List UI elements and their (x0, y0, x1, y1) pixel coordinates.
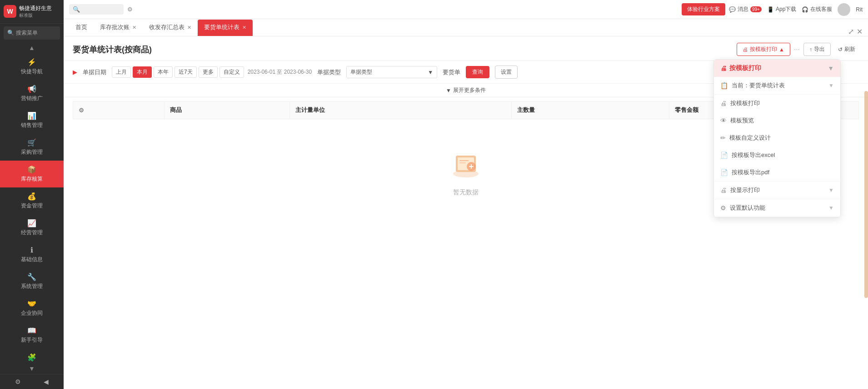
print-dropdown: 🖨 按模板打印 ▼ 📋 当前：要货单统计表 ▼ (713, 59, 841, 217)
app-name: 畅捷通好生意 (19, 5, 52, 12)
print-chevron-icon: ▲ (779, 46, 784, 53)
app-download-label: App下载 (776, 5, 796, 13)
tab-receipt-summary-label: 收发存汇总表 (149, 23, 185, 31)
app-download-btn[interactable]: 📱 App下载 (767, 5, 796, 13)
table-col-settings[interactable]: ⚙ (73, 101, 165, 119)
tab-receipt-summary-close[interactable]: ✕ (187, 25, 191, 30)
dropdown-item-export-pdf[interactable]: 📄 按模板导出pdf (714, 164, 840, 181)
filter-expand-btn[interactable]: ▶ (73, 69, 77, 76)
app-version: 标准版 (19, 12, 52, 19)
sidebar-item-cooperation[interactable]: 🤝 企业协同 (0, 295, 64, 322)
user-avatar[interactable] (838, 3, 850, 16)
sidebar-item-operations[interactable]: 📈 经营管理 (0, 214, 64, 241)
dropdown-current-item[interactable]: 📋 当前：要货单统计表 ▼ (714, 77, 840, 94)
export-btn[interactable]: ↑ 导出 (803, 43, 831, 56)
preview-icon: 👁 (720, 117, 727, 124)
action-divider: ⋯ (794, 46, 800, 53)
date-filter-label: 单据日期 (83, 68, 106, 76)
tab-home[interactable]: 首页 (69, 20, 94, 36)
settings-btn[interactable]: 设置 (495, 66, 518, 79)
tab-inventory-batch-close[interactable]: ✕ (132, 25, 136, 30)
dropdown-item-template-print[interactable]: 🖨 按模板打印 (714, 95, 840, 112)
excel-icon: 📄 (720, 152, 728, 159)
dropdown-item-preview[interactable]: 👁 模板预览 (714, 112, 840, 129)
print-template-btn[interactable]: 🖨 按模板打印 ▲ (737, 43, 790, 56)
industry-solution-btn[interactable]: 体验行业方案 (682, 3, 725, 15)
table-col-qty: 主数量 (511, 101, 669, 119)
topbar-search-input[interactable] (82, 6, 118, 13)
messages-btn[interactable]: 💬 消息 99+ (729, 5, 762, 13)
collapse-icon[interactable]: ◀ (44, 378, 49, 385)
sidebar-bottom: ⚙ ◀ (0, 374, 64, 389)
finance-icon: 💰 (27, 192, 36, 201)
sidebar-item-purchase[interactable]: 🛒 采购管理 (0, 134, 64, 161)
sidebar-item-finance[interactable]: 💰 资金管理 (0, 187, 64, 214)
type-select[interactable]: 单据类型 ▼ (346, 66, 437, 78)
online-service-btn[interactable]: 🎧 在线客服 (802, 5, 832, 13)
right-scrollbar[interactable] (864, 91, 868, 298)
tab-inventory-batch[interactable]: 库存批次账 ✕ (94, 20, 143, 36)
date-btn-prev-month[interactable]: 上月 (112, 66, 131, 78)
item-label: 按模板打印 (730, 99, 760, 107)
dropdown-item-display-print[interactable]: 🖨 按显示打印 ▼ (714, 182, 840, 199)
expand-down-icon: ▼ (446, 87, 451, 94)
table-settings-icon[interactable]: ⚙ (79, 107, 84, 114)
page-inner: 要货单统计表(按商品) 🖨 按模板打印 ▲ ⋯ ↑ 导出 ↺ 刷新 (64, 36, 868, 389)
date-btn-more[interactable]: 更多 (199, 66, 218, 78)
tab-order-stats[interactable]: 要货单统计表 ✕ (198, 20, 253, 36)
tab-maximize-btn[interactable]: ⤢ (848, 27, 854, 36)
sidebar-item-label: 新手引导 (21, 336, 43, 344)
tab-close-all-btn[interactable]: ✕ (857, 27, 863, 36)
sidebar-item-basic-info[interactable]: ℹ 基础信息 (0, 241, 64, 268)
tab-order-stats-close[interactable]: ✕ (242, 25, 246, 30)
sidebar-item-sales[interactable]: 📊 销售管理 (0, 107, 64, 134)
sidebar-search[interactable]: 🔍 搜索菜单 (4, 26, 60, 40)
current-doc-icon: 📋 (720, 82, 728, 89)
topbar-right: 💬 消息 99+ 📱 App下载 🎧 在线客服 Rit (729, 3, 863, 16)
item-label: 模板预览 (730, 116, 754, 125)
pdf-icon: 📄 (720, 169, 728, 176)
tab-receipt-summary[interactable]: 收发存汇总表 ✕ (143, 20, 198, 36)
item-label: 按模板导出excel (732, 151, 775, 159)
date-btn-custom[interactable]: 自定义 (219, 66, 244, 78)
sidebar-item-marketing[interactable]: 📢 营销推广 (0, 80, 64, 107)
tabbar-right: ⤢ ✕ (848, 27, 863, 36)
expand-more-btn[interactable]: ▼ 展开更多条件 (446, 86, 486, 94)
sidebar-item-label: 采购管理 (21, 148, 43, 156)
guide-icon: 📖 (27, 326, 36, 335)
dropdown-print-section: 🖨 按模板打印 👁 模板预览 (714, 95, 840, 182)
sidebar-item-inventory[interactable]: 📦 库存核算 (0, 161, 64, 187)
dropdown-item-export-excel[interactable]: 📄 按模板导出excel (714, 147, 840, 164)
dropdown-item-custom-design[interactable]: ✏ 模板自定义设计 (714, 129, 840, 147)
date-btn-7days[interactable]: 近7天 (175, 66, 197, 78)
type-select-value: 单据类型 (350, 68, 372, 76)
table-col-unit: 主计量单位 (289, 101, 511, 119)
page-header: 要货单统计表(按商品) 🖨 按模板打印 ▲ ⋯ ↑ 导出 ↺ 刷新 (64, 36, 868, 61)
sidebar-item-appcenter[interactable]: 🧩 应用中心 (0, 349, 64, 363)
item-left: ⚙ 设置默认功能 (720, 204, 765, 212)
date-btn-this-year[interactable]: 本年 (154, 66, 173, 78)
date-range-text: 2023-06-01 至 2023-06-30 (248, 68, 312, 76)
scroll-up-btn[interactable]: ▲ (0, 42, 64, 53)
sidebar-item-quicknav[interactable]: ⚡ 快捷导航 (0, 53, 64, 80)
topbar-search-box[interactable]: 🔍 (69, 4, 124, 15)
date-btn-this-month[interactable]: 本月 (133, 66, 152, 78)
export-icon: ↑ (809, 46, 812, 53)
topbar: 🔍 ⚙ 体验行业方案 💬 消息 99+ 📱 App下载 🎧 在线客服 Rit (64, 0, 868, 19)
dropdown-item-set-default[interactable]: ⚙ 设置默认功能 ▼ (714, 199, 840, 217)
scroll-down-btn[interactable]: ▼ (0, 363, 64, 374)
dropdown-close-btn[interactable]: ▼ (828, 65, 834, 72)
query-btn[interactable]: 查询 (466, 66, 489, 78)
search-icon: 🔍 (7, 30, 14, 36)
sidebar-item-guide[interactable]: 📖 新手引导 (0, 322, 64, 349)
sidebar-item-system[interactable]: 🔧 系统管理 (0, 268, 64, 295)
tab-order-stats-label: 要货单统计表 (204, 23, 239, 31)
basicinfo-icon: ℹ (30, 246, 33, 254)
sidebar-item-label: 基础信息 (21, 256, 43, 263)
item-left: ✏ 模板自定义设计 (720, 134, 771, 142)
topbar-settings-icon[interactable]: ⚙ (127, 6, 133, 13)
refresh-btn[interactable]: ↺ 刷新 (834, 43, 859, 56)
settings-bottom-icon[interactable]: ⚙ (15, 378, 21, 385)
online-service-label: 在线客服 (810, 5, 832, 13)
item-left: 📄 按模板导出pdf (720, 168, 769, 177)
